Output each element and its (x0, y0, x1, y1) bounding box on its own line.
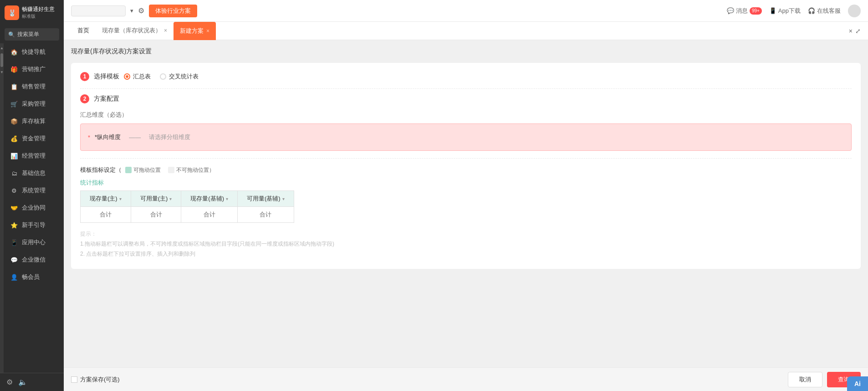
col-dropdown-2[interactable]: 现存量(基辅) ▾ (190, 195, 228, 203)
message-icon: 💬 (727, 7, 734, 14)
sidebar-item-enterprise-wechat[interactable]: 💬 企业微信 (4, 251, 64, 268)
ai-float-button[interactable]: Ai (847, 376, 868, 391)
online-support-button[interactable]: 🎧 在线客服 (808, 7, 841, 15)
step2-header: 2 方案配置 (80, 94, 852, 103)
tab-inventory-status-close-icon[interactable]: × (164, 27, 167, 34)
settings-card: 1 选择模板 汇总表 交叉统计表 2 方案配置 (71, 63, 861, 269)
col-header-1[interactable]: 可用量(主) ▾ (131, 191, 181, 207)
tab-inventory-status[interactable]: 现存量（库存状况表） × (96, 22, 174, 40)
sidebar-item-label: 新手引导 (22, 221, 46, 229)
sidebar-item-system[interactable]: ⚙ 系统管理 (4, 182, 64, 199)
search-menu-button[interactable]: 🔍 搜索菜单 (5, 28, 59, 41)
save-label: 方案保存(可选) (80, 376, 120, 384)
member-icon: 👤 (10, 273, 18, 281)
tab-home[interactable]: 首页 (71, 22, 96, 40)
divider2 (80, 158, 852, 159)
sidebar-item-enterprise[interactable]: 🤝 企业协同 (4, 199, 64, 216)
col-dropdown-3[interactable]: 可用量(基辅) ▾ (247, 195, 285, 203)
notification-badge: 99+ (750, 7, 762, 15)
settings-icon[interactable]: ⚙ (6, 378, 13, 386)
stats-table: 现存量(主) ▾ 可用量(主) ▾ (80, 190, 294, 223)
sidebar-item-newbie[interactable]: ⭐ 新手引导 (4, 216, 64, 234)
radio-summary-label: 汇总表 (133, 72, 151, 81)
sidebar-item-label: 库存核算 (22, 117, 46, 125)
purchase-icon: 🛒 (10, 100, 18, 108)
dimension-box: * *纵向维度 —— 请选择分组维度 (80, 123, 852, 151)
close-window-icon[interactable]: × (849, 27, 853, 35)
radio-cross[interactable]: 交叉统计表 (160, 72, 199, 81)
sidebar-item-marketing[interactable]: 🎁 营销推广 (4, 61, 64, 78)
sidebar-search-area: 🔍 搜索菜单 (0, 26, 64, 43)
sidebar-item-quick-nav[interactable]: 🏠 快捷导航 (4, 43, 64, 61)
sidebar-item-inventory[interactable]: 📦 库存核算 (4, 113, 64, 130)
sidebar-item-label: 企业微信 (22, 256, 46, 264)
step2-title: 方案配置 (94, 95, 119, 103)
indicator-settings-label: 模板指标设定（ 可拖动位置 不可拖动位置） (80, 166, 852, 174)
volume-icon[interactable]: 🔈 (18, 378, 27, 386)
expand-window-icon[interactable]: ⤢ (855, 27, 861, 35)
legend-non-draggable-label: 不可拖动位置） (176, 166, 214, 174)
enterprise-icon: 🤝 (10, 204, 18, 212)
divider1 (80, 88, 852, 89)
topbar-dropdown-icon[interactable]: ▾ (130, 7, 133, 14)
sidebar-item-label: 系统管理 (22, 186, 46, 195)
tab-new-plan-close-icon[interactable]: × (206, 28, 209, 34)
topbar-gear-icon[interactable]: ⚙ (138, 6, 144, 15)
indicator-settings: 模板指标设定（ 可拖动位置 不可拖动位置） 统计指标 (80, 166, 852, 223)
save-checkbox[interactable] (71, 376, 77, 383)
sidebar-item-basic-info[interactable]: 🗂 基础信息 (4, 165, 64, 182)
sidebar-item-app-center[interactable]: 📱 应用中心 (4, 234, 64, 251)
sidebar-scrollbar[interactable]: ▲ ▼ (0, 43, 4, 373)
home-icon: 🏠 (10, 48, 18, 56)
industry-solution-button[interactable]: 体验行业方案 (149, 5, 197, 17)
wechat-icon: 💬 (10, 256, 18, 264)
sidebar-item-operations[interactable]: 📊 经营管理 (4, 147, 64, 165)
legend-non-draggable: 不可拖动位置） (168, 166, 214, 174)
col-dropdown-0[interactable]: 现存量(主) ▾ (90, 195, 122, 203)
app-download-button[interactable]: 📱 App下载 (769, 7, 801, 15)
sidebar-item-sales[interactable]: 📋 销售管理 (4, 78, 64, 95)
tab-new-plan-label: 新建方案 (180, 27, 204, 35)
save-option[interactable]: 方案保存(可选) (71, 376, 120, 384)
dim-dash: —— (129, 134, 141, 141)
col-header-2[interactable]: 现存量(基辅) ▾ (181, 191, 238, 207)
sidebar-item-finance[interactable]: 💰 资金管理 (4, 130, 64, 147)
inventory-icon: 📦 (10, 117, 18, 125)
dimension-placeholder: 请选择分组维度 (149, 133, 190, 141)
page-title: 现存量(库存状况表)方案设置 (71, 47, 861, 56)
tip-item-1: 2. 点击标题栏下拉可设置排序、插入列和删除列 (80, 250, 852, 258)
topbar-search-input[interactable] (71, 5, 126, 16)
sidebar-item-label: 企业协同 (22, 204, 46, 212)
step1-title: 选择模板 (94, 72, 119, 81)
online-support-label: 在线客服 (817, 7, 841, 15)
sidebar-item-label: 快捷导航 (22, 48, 46, 56)
sidebar-item-label: 资金管理 (22, 134, 46, 143)
tab-new-plan[interactable]: 新建方案 × (174, 22, 216, 40)
system-icon: ⚙ (10, 186, 18, 195)
radio-summary[interactable]: 汇总表 (124, 72, 151, 81)
col-dropdown-1[interactable]: 可用量(主) ▾ (140, 195, 172, 203)
col-header-3[interactable]: 可用量(基辅) ▾ (238, 191, 294, 207)
col-summary-0: 合计 (81, 207, 131, 223)
tips-section: 提示： 1.拖动标题栏可以调整布局，不可跨维度或指标区域拖动栏目字段(只能在同一… (80, 230, 852, 258)
sidebar-item-member[interactable]: 👤 畅会员 (4, 268, 64, 286)
gift-icon: 🎁 (10, 65, 18, 73)
app-name: 畅赚通好生意 (22, 6, 55, 13)
radio-summary-dot (124, 73, 130, 80)
user-avatar[interactable] (848, 5, 861, 17)
messages-label: 消息 (736, 7, 748, 15)
cancel-button[interactable]: 取消 (788, 372, 822, 387)
app-center-icon: 📱 (10, 238, 18, 247)
table-header-row: 现存量(主) ▾ 可用量(主) ▾ (81, 191, 294, 207)
sidebar-nav: 🏠 快捷导航 🎁 营销推广 📋 销售管理 🛒 采购管理 📦 库存核 (4, 43, 64, 373)
col-summary-1: 合计 (131, 207, 181, 223)
indicator-settings-text: 模板指标设定（ (80, 166, 122, 174)
col-header-0[interactable]: 现存量(主) ▾ (81, 191, 131, 207)
messages-button[interactable]: 💬 消息 99+ (727, 7, 762, 15)
col-label-2: 现存量(基辅) (190, 195, 224, 203)
topbar-right: 💬 消息 99+ 📱 App下载 🎧 在线客服 (727, 5, 861, 17)
topbar: ▾ ⚙ 体验行业方案 💬 消息 99+ 📱 App下载 🎧 在线客服 (64, 0, 868, 22)
sidebar-item-purchase[interactable]: 🛒 采购管理 (4, 95, 64, 113)
sidebar-item-label: 畅会员 (22, 273, 40, 281)
legend-draggable-box (125, 167, 132, 173)
